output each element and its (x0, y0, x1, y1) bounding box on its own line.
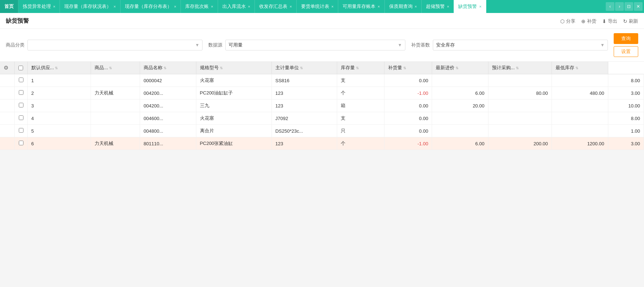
row-latest-price: 200.00 (488, 137, 552, 150)
tab-available[interactable]: 可用量库存账本× (338, 0, 384, 13)
share-button[interactable]: ⬡ 分享 (560, 18, 575, 25)
tab-close-overstock[interactable]: × (447, 4, 449, 9)
table-row[interactable]: 1 0000042 火花塞 SS816 支 0.00 8.00 (0, 74, 644, 87)
row-replenish-qty: 6.00 (432, 87, 488, 100)
tab-close-inout[interactable]: × (248, 4, 250, 9)
replenish-basis-filter-group: 补货基数 安全库存 ▼ (411, 40, 608, 50)
table-row[interactable]: 4 004600... 火花塞 J7092 支 0.00 8.00 (0, 112, 644, 125)
tab-close-available[interactable]: × (378, 4, 380, 9)
col-spec-label: 规格型号 (200, 65, 219, 71)
col-product-code-sort-icon[interactable]: ⇅ (109, 66, 112, 70)
filter-actions: 查询 设置 (614, 33, 638, 57)
main-content: 缺货预警 ⬡ 分享 ⊕ 补货 ⬇ 导出 ↻ 刷新 商品分类 (0, 13, 644, 150)
share-icon: ⬡ (560, 18, 565, 24)
col-unit-sort-icon[interactable]: ⇅ (300, 66, 303, 70)
tab-close-stock1[interactable]: × (113, 4, 116, 9)
refresh-button[interactable]: ↻ 刷新 (623, 18, 638, 25)
tab-close-abnormal[interactable]: × (53, 4, 55, 9)
row-checkbox[interactable] (19, 103, 23, 107)
export-button[interactable]: ⬇ 导出 (602, 18, 617, 25)
tab-overstock[interactable]: 超储预警× (422, 0, 454, 13)
tab-nav-buttons: ‹ › ⊡ ✕ (606, 2, 644, 11)
row-checkbox-cell (14, 137, 27, 150)
tab-close-all-button[interactable]: ✕ (634, 2, 643, 11)
datasource-select[interactable]: 可用量 ▼ (225, 40, 405, 50)
settings-button[interactable]: 设置 (614, 46, 638, 57)
tab-close-requisition[interactable]: × (331, 4, 334, 9)
tab-close-shortage[interactable]: × (479, 4, 481, 9)
tab-close-expiry[interactable]: × (415, 4, 417, 9)
col-latest-price-label: 最新进价 (436, 65, 454, 71)
row-checkbox-cell (14, 125, 27, 137)
col-gear: ⚙ (0, 62, 14, 74)
col-min-stock-label: 最低库存 (556, 65, 574, 71)
row-est-purchase (552, 74, 608, 87)
col-stock-sort-icon[interactable]: ⇅ (356, 66, 359, 70)
row-checkbox[interactable] (19, 115, 23, 120)
tab-close-stock2[interactable]: × (174, 4, 176, 9)
col-spec-sort-icon[interactable]: ⇅ (220, 66, 223, 70)
category-arrow-icon: ▼ (195, 43, 199, 48)
row-supplier (91, 112, 140, 125)
row-latest-price (488, 74, 552, 87)
row-stock: 0.00 (384, 125, 432, 137)
table-row[interactable]: 6 力天机械 801110... PC200张紧油缸 123 个 -1.00 6… (0, 137, 644, 150)
row-no: 4 (27, 112, 91, 125)
tab-next-button[interactable]: › (615, 2, 624, 11)
export-icon: ⬇ (602, 18, 606, 24)
tab-collect[interactable]: 收发存汇总表× (255, 0, 296, 13)
col-product-name-sort-icon[interactable]: ⇅ (164, 66, 166, 70)
row-checkbox[interactable] (19, 128, 23, 133)
row-checkbox-cell (14, 74, 27, 87)
tab-shortage[interactable]: 缺货预警× (454, 0, 486, 13)
datasource-label: 数据源 (208, 42, 222, 48)
col-est-purchase-sort-icon[interactable]: ⇅ (516, 66, 519, 70)
query-button[interactable]: 查询 (614, 33, 638, 44)
row-spec: 123 (271, 100, 337, 112)
tab-expand-button[interactable]: ⊡ (625, 2, 633, 11)
table-row[interactable]: 2 力天机械 004200... PC200油缸缸子 123 个 -1.00 6… (0, 87, 644, 100)
replenish-button[interactable]: ⊕ 补货 (581, 18, 596, 25)
row-checkbox[interactable] (19, 90, 23, 95)
replenish-basis-value: 安全库存 (436, 42, 455, 48)
row-product-name: 三九 (196, 100, 271, 112)
select-all-checkbox[interactable] (18, 66, 23, 70)
tab-stock1[interactable]: 现存量（库存状况表）× (60, 0, 120, 13)
tab-label-requisition: 要货单统计表 (301, 3, 329, 10)
tab-abnormal[interactable]: 拣货异常处理× (18, 0, 60, 13)
page-header: 缺货预警 ⬡ 分享 ⊕ 补货 ⬇ 导出 ↻ 刷新 (0, 13, 644, 29)
tab-batch[interactable]: 库存批次账× (181, 0, 218, 13)
tab-inout[interactable]: 出入库流水× (218, 0, 255, 13)
tab-prev-button[interactable]: ‹ (606, 2, 614, 11)
tab-requisition[interactable]: 要货单统计表× (297, 0, 338, 13)
row-spec: DS250*23c... (271, 125, 337, 137)
row-latest-price: 80.00 (488, 87, 552, 100)
row-checkbox[interactable] (19, 78, 23, 82)
tab-home[interactable]: 首页 (0, 0, 18, 13)
row-supplier: 力天机械 (91, 137, 140, 150)
row-stock: 0.00 (384, 74, 432, 87)
row-checkbox[interactable] (19, 141, 23, 145)
data-table: ⚙ 默认供应... ⇅ (0, 62, 644, 150)
tab-close-collect[interactable]: × (290, 4, 292, 9)
tab-stock2[interactable]: 现存量（库存分布表）× (121, 0, 181, 13)
row-min-stock: 8.00 (608, 112, 644, 125)
table-row[interactable]: 5 004800... 离合片 DS250*23c... 只 0.00 1.00 (0, 125, 644, 137)
row-replenish-qty (432, 74, 488, 87)
row-product-name: PC200张紧油缸 (196, 137, 271, 150)
column-settings-button[interactable]: ⚙ (4, 65, 8, 71)
col-replenish-qty-sort-icon[interactable]: ⇅ (403, 66, 406, 70)
col-min-stock-sort-icon[interactable]: ⇅ (575, 66, 578, 70)
tab-expiry[interactable]: 保质期查询× (385, 0, 422, 13)
table-row[interactable]: 3 004200... 三九 123 箱 0.00 20.00 10.00 (0, 100, 644, 112)
row-no: 2 (27, 87, 91, 100)
replenish-basis-select[interactable]: 安全库存 ▼ (433, 40, 608, 50)
col-product-code: 商品... ⇅ (91, 62, 140, 74)
table-body: 1 0000042 火花塞 SS816 支 0.00 8.00 2 力天机械 0… (0, 74, 644, 150)
col-est-purchase-label: 预计采购... (492, 65, 515, 71)
col-latest-price-sort-icon[interactable]: ⇅ (456, 66, 458, 70)
tab-bar: 首页拣货异常处理×现存量（库存状况表）×现存量（库存分布表）×库存批次账×出入库… (0, 0, 644, 13)
tab-close-batch[interactable]: × (211, 4, 213, 9)
category-select[interactable]: ▼ (27, 40, 203, 50)
col-supplier-sort-icon[interactable]: ⇅ (55, 66, 58, 70)
